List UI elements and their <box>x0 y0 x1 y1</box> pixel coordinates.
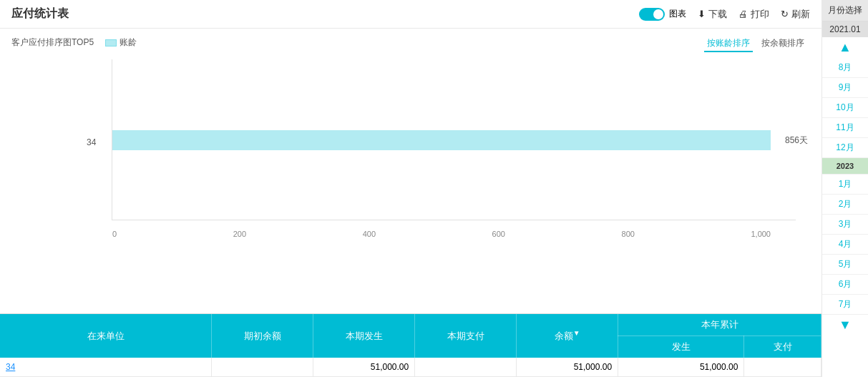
x-tick-600: 600 <box>492 230 505 238</box>
print-label: 打印 <box>751 8 769 21</box>
sidebar: 月份选择 2021.01 ▲ 8月 9月 10月 11月 12月 2023 1月… <box>821 0 868 377</box>
refresh-label: 刷新 <box>791 8 810 21</box>
table-body: 34 51,000.00 51,000.00 51,000.00 <box>0 358 821 377</box>
sidebar-month-4[interactable]: 4月 <box>822 235 868 255</box>
chart-toggle-label: 图表 <box>669 8 686 20</box>
refresh-button[interactable]: ↻ 刷新 <box>781 8 810 21</box>
chart-bar-row: 856天 <box>112 130 771 150</box>
x-tick-1000: 1,000 <box>751 230 771 238</box>
page-title: 应付统计表 <box>11 6 69 21</box>
chart-section: 客户应付排序图TOP5 账龄 按账龄排序 按余额排序 34 856天 <box>0 29 821 313</box>
sidebar-month-7[interactable]: 7月 <box>822 295 868 315</box>
sidebar-month-5[interactable]: 5月 <box>822 255 868 275</box>
chart-sort-area: 按账龄排序 按余额排序 <box>704 36 810 55</box>
x-tick-400: 400 <box>363 230 376 238</box>
sidebar-year-2023-marker: 2023 <box>822 158 868 175</box>
x-tick-800: 800 <box>622 230 635 238</box>
sidebar-scroll-down-button[interactable]: ▼ <box>822 315 868 336</box>
th-current-pay: 本期支付 <box>415 314 517 358</box>
sidebar-month-select-label: 月份选择 <box>822 0 868 21</box>
sidebar-month-11[interactable]: 11月 <box>822 118 868 138</box>
chart-toggle-switch[interactable] <box>639 8 665 21</box>
download-button[interactable]: ⬇ 下载 <box>698 8 727 21</box>
chart-legend-title: 客户应付排序图TOP5 <box>11 36 94 49</box>
th-cumulative-pay: 支付 <box>744 336 821 358</box>
th-cumulative: 本年累计 <box>618 314 821 336</box>
sort-by-amount-tab[interactable]: 按余额排序 <box>759 36 807 52</box>
td-unit[interactable]: 34 <box>0 358 212 377</box>
table-section: 在来单位 期初余额 本期发生 本期支付 余额▼ 本年累计 发生 支付 34 <box>0 313 821 377</box>
chart-inner: 34 856天 0 200 400 600 800 1,000 <box>11 59 810 245</box>
legend-color-box <box>105 39 117 46</box>
sort-by-balance-tab[interactable]: 按账龄排序 <box>704 36 753 52</box>
download-icon: ⬇ <box>698 9 706 19</box>
th-cumulative-occ: 发生 <box>618 336 744 358</box>
sidebar-month-2[interactable]: 2月 <box>822 195 868 215</box>
th-opening: 期初余额 <box>212 314 313 358</box>
chart-legend: 客户应付排序图TOP5 账龄 <box>11 36 137 49</box>
download-label: 下载 <box>708 8 727 21</box>
sidebar-month-10[interactable]: 10月 <box>822 98 868 118</box>
sidebar-month-1[interactable]: 1月 <box>822 175 868 195</box>
td-cumulative-pay <box>744 358 821 377</box>
td-cumulative-occ: 51,000.00 <box>618 358 744 377</box>
td-current-pay <box>415 358 517 377</box>
sidebar-month-3[interactable]: 3月 <box>822 215 868 235</box>
x-axis-ticks: 0 200 400 600 800 1,000 <box>112 230 771 238</box>
table-header-row-1: 在来单位 期初余额 本期发生 本期支付 余额▼ 本年累计 <box>0 314 821 336</box>
print-icon: 🖨 <box>738 9 748 19</box>
td-current-occ: 51,000.00 <box>313 358 415 377</box>
td-balance: 51,000.00 <box>517 358 618 377</box>
sidebar-month-8[interactable]: 8月 <box>822 58 868 78</box>
y-bar-label: 34 <box>87 137 96 147</box>
chart-bar-fill <box>112 130 771 150</box>
th-balance: 余额▼ <box>517 314 618 358</box>
table-row: 34 51,000.00 51,000.00 51,000.00 <box>0 358 821 377</box>
print-button[interactable]: 🖨 打印 <box>738 8 769 21</box>
th-current-occ: 本期发生 <box>313 314 415 358</box>
sidebar-year-label: 2021.01 <box>822 21 868 37</box>
header-actions: 图表 ⬇ 下载 🖨 打印 ↻ 刷新 <box>639 8 810 21</box>
td-opening <box>212 358 313 377</box>
sidebar-month-12[interactable]: 12月 <box>822 138 868 158</box>
sidebar-scroll-up-button[interactable]: ▲ <box>822 37 868 58</box>
x-tick-0: 0 <box>112 230 117 238</box>
legend-item-age: 账龄 <box>105 36 137 49</box>
refresh-icon: ↻ <box>781 9 789 19</box>
sidebar-month-6[interactable]: 6月 <box>822 275 868 295</box>
x-tick-200: 200 <box>233 230 246 238</box>
x-axis-line <box>112 220 796 220</box>
legend-label-age: 账龄 <box>120 36 137 49</box>
sidebar-month-9[interactable]: 9月 <box>822 78 868 98</box>
table-wrapper: 在来单位 期初余额 本期发生 本期支付 余额▼ 本年累计 发生 支付 34 <box>0 314 821 377</box>
chart-bar-right-label: 856天 <box>785 134 808 146</box>
data-table: 在来单位 期初余额 本期发生 本期支付 余额▼ 本年累计 发生 支付 34 <box>0 314 821 377</box>
chart-toggle-container[interactable]: 图表 <box>639 8 686 21</box>
th-unit: 在来单位 <box>0 314 212 358</box>
